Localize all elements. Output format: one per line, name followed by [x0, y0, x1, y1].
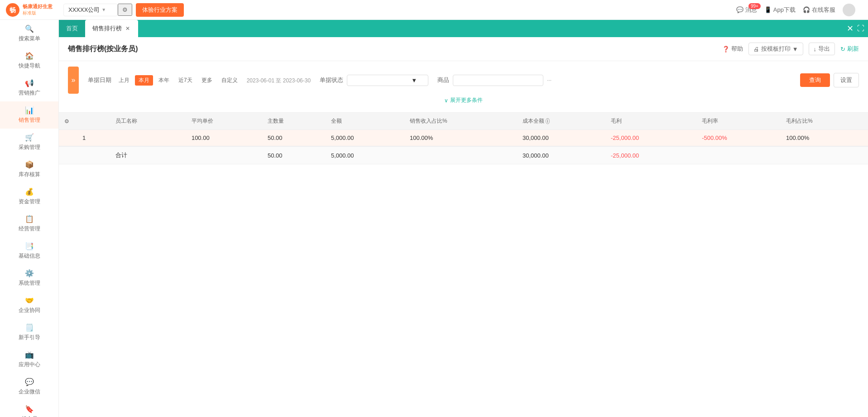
tab-home[interactable]: 首页	[59, 20, 85, 37]
sidebar-item-marketing[interactable]: 📢 营销推广	[0, 74, 58, 101]
sidebar-item-inventory-label: 库存核算	[19, 171, 40, 178]
marketing-icon: 📢	[25, 79, 34, 87]
expand-conditions-button[interactable]: ∨ 展开更多条件	[68, 94, 859, 107]
table-container: ⚙ 员工名称 平均单价 主数量 全额 销售收入占比% 成本全额 i 毛利 毛利率…	[59, 113, 868, 417]
app-download-button[interactable]: 📱 App下载	[764, 6, 796, 14]
goods-input[interactable]	[453, 75, 543, 86]
sidebar-item-guide[interactable]: 🗒️ 新手引导	[0, 319, 58, 346]
help-button[interactable]: ❓ 帮助	[722, 45, 743, 53]
tab-bar: 首页 销售排行榜 ✕ ✕ ⛶	[59, 20, 868, 37]
sidebar-item-basic[interactable]: 📑 基础信息	[0, 237, 58, 264]
sidebar-item-purchase-label: 采购管理	[19, 144, 40, 151]
filter-row: » 单据日期 上月 本月 本年 近7天 更多 自定义 2023-06-01 至	[68, 67, 859, 94]
message-badge: 99+	[748, 3, 761, 9]
footer-cost: 30,000.00	[517, 146, 605, 164]
app-container: 畅 畅康通好生意 标准版 XXXXX公司 ▼ ⚙ 体验行业方案 💬 消息 99+…	[0, 0, 868, 417]
table-body: 1 100.00 50.00 5,000.00 100.00% 30,000.0…	[59, 130, 868, 147]
col-settings[interactable]: ⚙	[59, 113, 77, 130]
sidebar-item-purchase[interactable]: 🛒 采购管理	[0, 129, 58, 156]
status-dropdown-icon: ▼	[411, 77, 417, 84]
company-settings-button[interactable]: ⚙	[118, 4, 132, 16]
date-tab-last-month[interactable]: 上月	[115, 75, 133, 86]
cell-rank: 1	[77, 130, 110, 147]
sidebar-item-search-label: 搜索菜单	[19, 35, 40, 43]
search-icon: 🔍	[25, 24, 34, 33]
footer-qty: 50.00	[262, 146, 326, 164]
filter-area: » 单据日期 上月 本月 本年 近7天 更多 自定义 2023-06-01 至	[59, 61, 868, 113]
svg-text:畅: 畅	[10, 6, 16, 14]
sidebar-item-operations[interactable]: 📋 经营管理	[0, 210, 58, 237]
status-label: 单据状态	[320, 76, 343, 84]
date-tabs: 上月 本月 本年 近7天 更多 自定义	[115, 75, 241, 86]
user-avatar[interactable]	[843, 4, 855, 16]
status-select[interactable]: ▼	[347, 75, 428, 86]
data-table: ⚙ 员工名称 平均单价 主数量 全额 销售收入占比% 成本全额 i 毛利 毛利率…	[59, 113, 868, 164]
col-avg-price: 平均单价	[186, 113, 262, 130]
print-button[interactable]: 🖨 按模板打印 ▼	[748, 43, 803, 55]
goods-label: 商品	[437, 76, 449, 84]
sidebar-item-wechat[interactable]: 💬 企业微信	[0, 373, 58, 400]
industry-button[interactable]: 体验行业方案	[136, 3, 184, 17]
sidebar-item-system[interactable]: ⚙️ 系统管理	[0, 264, 58, 292]
col-name: 员工名称	[110, 113, 186, 130]
chevron-down-icon: ∨	[444, 97, 448, 104]
footer-sales-pct	[404, 146, 517, 164]
logo-text: 畅康通好生意 标准版	[23, 3, 53, 16]
sidebar-item-finance[interactable]: 💰 资金管理	[0, 183, 58, 210]
sidebar-item-search[interactable]: 🔍 搜索菜单	[0, 20, 58, 47]
company-selector[interactable]: XXXXX公司 ▼	[63, 4, 118, 16]
sidebar-item-marketing-label: 营销推广	[19, 89, 40, 97]
settings-button[interactable]: 设置	[834, 73, 859, 87]
operations-icon: 📋	[25, 215, 34, 223]
sidebar-item-apps[interactable]: 📺 应用中心	[0, 346, 58, 373]
guide-icon: 🗒️	[25, 323, 34, 332]
header-actions: ❓ 帮助 🖨 按模板打印 ▼ ↓ 导出 ↻	[722, 43, 859, 55]
footer-label: 合计	[110, 146, 186, 164]
date-tab-current-year[interactable]: 本年	[155, 75, 173, 86]
date-tab-current-month[interactable]: 本月	[135, 75, 153, 86]
date-tab-more[interactable]: 更多	[198, 75, 216, 86]
query-button[interactable]: 查询	[800, 73, 830, 87]
logo-icon: 畅	[5, 3, 20, 17]
sidebar-item-enterprise[interactable]: 🤝 企业协同	[0, 292, 58, 319]
sidebar: 🔍 搜索菜单 🏠 快捷导航 📢 营销推广 📊 销售管理 🛒 采购管	[0, 20, 59, 417]
footer-gross-pct	[781, 146, 868, 164]
cell-avg-price: 100.00	[186, 130, 262, 147]
page-title: 销售排行榜(按业务员)	[68, 44, 138, 54]
top-bar: 畅 畅康通好生意 标准版 XXXXX公司 ▼ ⚙ 体验行业方案 💬 消息 99+…	[0, 0, 868, 20]
tab-maximize-icon[interactable]: ⛶	[857, 24, 864, 33]
table-footer: 合计 50.00 5,000.00 30,000.00 -25,000.00	[59, 146, 868, 164]
sidebar-item-inventory[interactable]: 📦 库存核算	[0, 156, 58, 183]
export-button[interactable]: ↓ 导出	[809, 43, 835, 55]
expand-conditions-label: 展开更多条件	[450, 96, 483, 104]
headset-icon: 🎧	[803, 6, 810, 13]
sidebar-item-quicknav[interactable]: 🏠 快捷导航	[0, 47, 58, 74]
refresh-button[interactable]: ↻ 刷新	[840, 45, 859, 53]
cell-cost: 30,000.00	[517, 130, 605, 147]
sidebar-item-sales[interactable]: 📊 销售管理	[0, 101, 58, 129]
main-area: 🔍 搜索菜单 🏠 快捷导航 📢 营销推广 📊 销售管理 🛒 采购管	[0, 20, 868, 417]
member-icon: 🔖	[25, 405, 34, 413]
date-tab-7days[interactable]: 近7天	[175, 75, 196, 86]
footer-empty1	[59, 146, 77, 164]
online-service-button[interactable]: 🎧 在线客服	[803, 6, 835, 14]
message-button[interactable]: 💬 消息 99+	[736, 6, 757, 14]
table-row: 1 100.00 50.00 5,000.00 100.00% 30,000.0…	[59, 130, 868, 147]
print-dropdown-icon: ▼	[792, 46, 798, 53]
tab-sales-rank[interactable]: 销售排行榜 ✕	[85, 20, 138, 37]
cell-qty: 50.00	[262, 130, 326, 147]
col-qty: 主数量	[262, 113, 326, 130]
tab-close-icon[interactable]: ✕	[125, 25, 131, 32]
sidebar-item-member[interactable]: 🔖 畅会员	[0, 400, 58, 417]
tab-close-window-icon[interactable]: ✕	[847, 24, 854, 34]
sidebar-item-quicknav-label: 快捷导航	[19, 62, 40, 70]
more-icon[interactable]: ···	[547, 77, 551, 83]
footer-gross-margin	[696, 146, 781, 164]
purchase-icon: 🛒	[25, 133, 34, 142]
footer-amount: 5,000.00	[326, 146, 404, 164]
content-header: 销售排行榜(按业务员) ❓ 帮助 🖨 按模板打印 ▼ ↓	[59, 37, 868, 61]
date-range: 2023-06-01 至 2023-06-30	[247, 77, 311, 85]
filter-collapse-button[interactable]: »	[68, 67, 79, 94]
date-tab-custom[interactable]: 自定义	[218, 75, 241, 86]
footer-empty2	[77, 146, 110, 164]
